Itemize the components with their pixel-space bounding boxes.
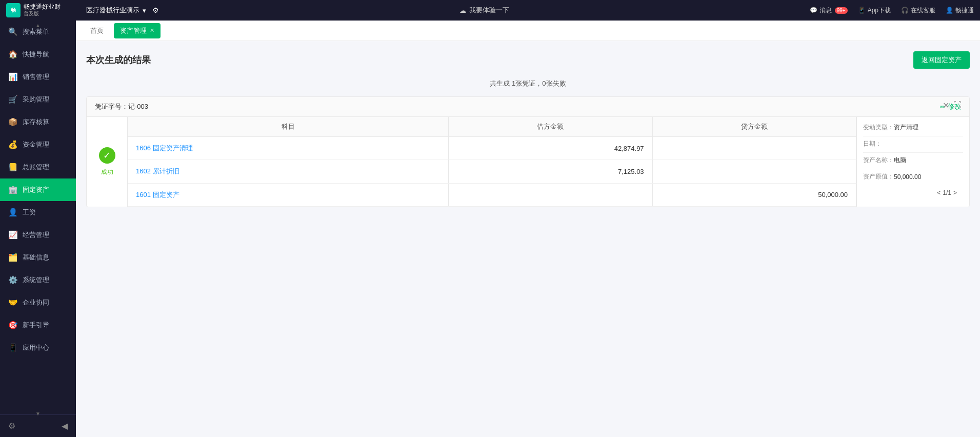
- pagination: < 1/1 >: [863, 185, 963, 201]
- user-area[interactable]: 👤 畅捷通: [946, 6, 974, 15]
- sidebar-settings-icon[interactable]: ⚙: [8, 421, 15, 431]
- page-content: 本次生成的结果 返回固定资产 共生成 1张凭证，0张失败 凭证字号：记-003 …: [76, 41, 980, 437]
- side-info-panel: 变动类型： 资产清理 日期： 资产名称： 电脑: [856, 117, 969, 207]
- sidebar-item-enterprise[interactable]: 🤝 企业协同: [0, 291, 76, 314]
- summary-text: 共生成 1张凭证，0张失败: [490, 80, 566, 87]
- sidebar-item-system[interactable]: ⚙️ 系统管理: [0, 269, 76, 291]
- sidebar-item-quick-nav[interactable]: 🏠 快捷导航: [0, 43, 76, 66]
- tab-home[interactable]: 首页: [84, 23, 110, 38]
- sidebar-label-fixed-assets: 固定资产: [23, 185, 49, 194]
- purchase-icon: 🛒: [8, 95, 17, 104]
- success-text: 成功: [101, 168, 113, 176]
- experience-button[interactable]: ☁ 我要体验一下: [459, 6, 509, 15]
- message-button[interactable]: 💬 消息 99: [810, 6, 848, 15]
- tab-asset-mgmt[interactable]: 资产管理 ✕: [114, 23, 161, 38]
- next-page-btn[interactable]: >: [953, 189, 957, 196]
- message-icon: 💬: [810, 7, 817, 14]
- company-selector[interactable]: 医疗器械行业演示 ▾ ⚙: [86, 6, 159, 15]
- row3-credit: 50,000.00: [652, 183, 856, 206]
- page-title: 本次生成的结果: [86, 54, 151, 66]
- cloud-icon: ☁: [459, 7, 466, 14]
- row3-debit: [449, 183, 652, 206]
- sidebar-bottom: ⚙ ◀: [0, 414, 76, 437]
- success-cell: ✓ 成功: [87, 117, 128, 207]
- header-middle: ☁ 我要体验一下: [159, 6, 810, 15]
- guide-icon: 🎯: [8, 321, 17, 330]
- sidebar-label-payroll: 工资: [23, 208, 36, 217]
- close-panel-button[interactable]: ✕: [943, 101, 949, 110]
- divider3: [863, 169, 963, 169]
- sidebar-item-ledger[interactable]: 📒 总账管理: [0, 156, 76, 178]
- col-credit: 贷方金额: [652, 117, 856, 137]
- sidebar-item-sales[interactable]: 📊 销售管理: [0, 66, 76, 88]
- sidebar-item-payroll[interactable]: 👤 工资: [0, 201, 76, 224]
- sidebar-collapse-icon[interactable]: ◀: [62, 421, 68, 431]
- change-type-label: 变动类型：: [863, 123, 894, 132]
- page-title-bar: 本次生成的结果 返回固定资产: [86, 51, 970, 69]
- row1-credit: [652, 137, 856, 160]
- sidebar-item-ops[interactable]: 📈 经营管理: [0, 224, 76, 246]
- sidebar-item-funds[interactable]: 💰 资金管理: [0, 133, 76, 156]
- row3-subject: 1601 固定资产: [128, 183, 449, 206]
- voucher-header: 凭证字号：记-003 ✏ 修改: [87, 97, 969, 117]
- col-debit: 借方金额: [449, 117, 652, 137]
- ledger-icon: 📒: [8, 163, 17, 172]
- sidebar-scroll-up[interactable]: ▲: [35, 23, 41, 28]
- funds-icon: 💰: [8, 140, 17, 149]
- experience-label: 我要体验一下: [469, 6, 509, 15]
- main-layout: ▲ 🔍 搜索菜单 🏠 快捷导航 📊 销售管理 🛒 采购管理 📦 库存核算 💰 资…: [0, 21, 980, 437]
- message-badge: 99: [835, 7, 848, 14]
- online-service-button[interactable]: 🎧 在线客服: [901, 6, 935, 15]
- sidebar-scroll-down[interactable]: ▼: [35, 411, 41, 416]
- tab-close-icon[interactable]: ✕: [150, 27, 154, 34]
- service-icon: 🎧: [901, 7, 909, 14]
- app-download-button[interactable]: 📱 App下载: [858, 6, 891, 15]
- asset-name-value: 电脑: [894, 156, 906, 165]
- header-right: 💬 消息 99 📱 App下载 🎧 在线客服 👤 畅捷通: [810, 6, 974, 15]
- page-info: 1/1: [943, 189, 951, 196]
- logo-sub: 普及版: [24, 10, 61, 17]
- table-row: 1601 固定资产 50,000.00: [128, 183, 856, 206]
- sidebar-label-ops: 经营管理: [23, 230, 49, 240]
- settings-icon[interactable]: ⚙: [152, 6, 159, 14]
- sidebar-item-inventory[interactable]: 📦 库存核算: [0, 111, 76, 133]
- company-name: 医疗器械行业演示: [86, 6, 139, 15]
- sidebar-item-guide[interactable]: 🎯 新手引导: [0, 314, 76, 336]
- float-btns: ✕ ⛶: [934, 96, 970, 114]
- date-row: 日期：: [863, 140, 963, 148]
- asset-name-label: 资产名称：: [863, 156, 894, 165]
- sidebar-label-basics: 基础信息: [23, 253, 49, 262]
- system-icon: ⚙️: [8, 275, 17, 285]
- prev-page-btn[interactable]: <: [937, 189, 941, 196]
- return-button[interactable]: 返回固定资产: [913, 51, 970, 69]
- table-row: 1602 累计折旧 7,125.03: [128, 160, 856, 183]
- divider2: [863, 152, 963, 153]
- success-icon: ✓: [99, 147, 115, 164]
- sidebar-item-fixed-assets[interactable]: 🏢 固定资产: [0, 178, 76, 201]
- search-icon: 🔍: [8, 27, 17, 36]
- message-label: 消息: [819, 6, 832, 15]
- sidebar-label-ledger: 总账管理: [23, 163, 49, 172]
- expand-panel-button[interactable]: ⛶: [953, 101, 962, 110]
- payroll-icon: 👤: [8, 208, 17, 217]
- change-type-value: 资产清理: [894, 123, 918, 132]
- sidebar-label-inventory: 库存核算: [23, 117, 49, 127]
- row2-debit: 7,125.03: [449, 160, 652, 183]
- summary-bar: 共生成 1张凭证，0张失败: [86, 79, 970, 88]
- avatar-icon: 👤: [946, 7, 953, 14]
- download-icon: 📱: [858, 7, 866, 14]
- tab-bar: 首页 资产管理 ✕: [76, 21, 980, 41]
- table-row: 1606 固定资产清理 42,874.97: [128, 137, 856, 160]
- voucher-container: 凭证字号：记-003 ✏ 修改 ✓ 成功: [86, 96, 970, 207]
- home-icon: 🏠: [8, 50, 17, 59]
- sidebar-item-purchase[interactable]: 🛒 采购管理: [0, 88, 76, 111]
- app-download-label: App下载: [868, 6, 891, 15]
- sidebar-label-quick-nav: 快捷导航: [23, 50, 49, 59]
- sidebar-label-funds: 资金管理: [23, 140, 49, 149]
- user-name: 畅捷通: [955, 6, 974, 15]
- voucher-table: 科目 借方金额 贷方金额 1606 固定资产清理 42,874.97: [128, 117, 856, 207]
- sidebar-label-guide: 新手引导: [23, 321, 49, 330]
- sidebar-item-basics[interactable]: 🗂️ 基础信息: [0, 246, 76, 269]
- sidebar-item-app-center[interactable]: 📱 应用中心: [0, 336, 76, 359]
- chevron-down-icon: ▾: [143, 7, 146, 14]
